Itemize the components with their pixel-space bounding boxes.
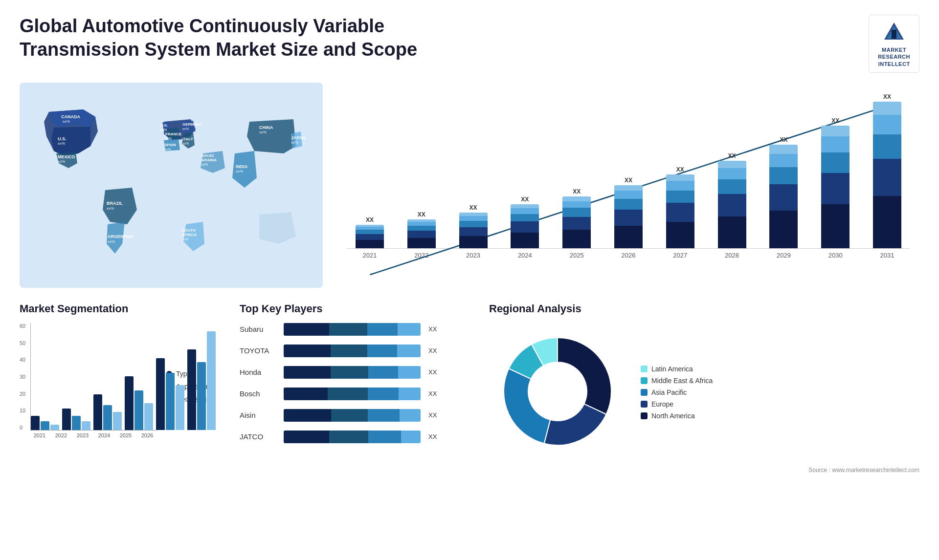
- regional-legend-label: Latin America: [651, 365, 693, 373]
- players-list: SubaruXXTOYOTAXXHondaXXBoschXXAisinXXJAT…: [240, 323, 474, 447]
- svg-text:BRAZIL: BRAZIL: [107, 201, 123, 206]
- page-header: Global Automotive Continuously Variable …: [20, 15, 919, 73]
- seg-x-label: 2021: [30, 432, 49, 438]
- bar-segment: [356, 230, 384, 234]
- player-bar-segment: [398, 366, 421, 379]
- regional-legend-label: North America: [651, 412, 695, 420]
- player-bar-segment: [368, 366, 398, 379]
- bar-xx-label: XX: [831, 117, 839, 124]
- seg-chart: 60 50 40 30 20 10 0 20212022202320242025…: [20, 323, 156, 450]
- stacked-bar: [769, 145, 798, 248]
- bar-group-2027: XX: [658, 166, 703, 248]
- seg-bar: [187, 349, 196, 430]
- bar-segment: [666, 181, 694, 191]
- bar-xx-label: XX: [780, 136, 787, 143]
- regional-legend-dot: [641, 412, 648, 419]
- player-bar-segment: [367, 323, 398, 336]
- svg-text:AFRICA: AFRICA: [182, 233, 197, 237]
- bar-segment: [459, 221, 488, 227]
- stacked-bar: [459, 213, 488, 248]
- bar-segment: [718, 216, 746, 248]
- bar-group-2031: XX: [865, 93, 910, 248]
- svg-text:xx%: xx%: [108, 239, 115, 244]
- seg-bar: [62, 409, 71, 430]
- regional-legend-item: Europe: [641, 400, 713, 408]
- map-section: CANADA xx% U.S. xx% MEXICO xx% BRAZIL xx…: [20, 83, 323, 288]
- y-label-60: 60: [20, 323, 25, 329]
- bar-segment: [769, 145, 798, 153]
- bar-segment: [666, 191, 694, 203]
- bar-segment: [821, 173, 850, 204]
- bar-segment: [407, 226, 436, 231]
- svg-text:FRANCE: FRANCE: [165, 132, 182, 136]
- player-bar-segment: [284, 366, 331, 379]
- seg-bar: [125, 376, 134, 430]
- top-players-title: Top Key Players: [240, 302, 474, 315]
- seg-bar: [82, 421, 90, 430]
- bar-segment: [407, 238, 436, 248]
- seg-group: [31, 416, 59, 430]
- logo-icon: [882, 20, 906, 44]
- bar-segment: [562, 208, 591, 216]
- stacked-bar: [511, 204, 539, 248]
- bar-segment: [769, 154, 798, 168]
- bar-segment: [459, 213, 488, 216]
- regional-legend-dot: [641, 377, 648, 384]
- player-bar-segment: [401, 431, 421, 443]
- stacked-bar: [407, 219, 436, 248]
- bar-xx-label: XX: [366, 216, 374, 223]
- player-name: Subaru: [240, 325, 279, 333]
- bar-segment: [873, 159, 901, 196]
- svg-text:xx%: xx%: [165, 137, 172, 140]
- regional-legend-dot: [641, 389, 648, 396]
- svg-text:xx%: xx%: [291, 140, 298, 145]
- player-xx-label: XX: [428, 390, 437, 397]
- bar-xx-label: XX: [521, 196, 529, 203]
- bar-segment: [511, 204, 539, 208]
- regional-legend-item: Latin America: [641, 365, 713, 373]
- player-name: Aisin: [240, 411, 279, 419]
- bar-segment: [769, 184, 798, 211]
- player-bar-wrap: [284, 388, 421, 400]
- seg-group: [156, 358, 184, 430]
- seg-x-label: 2026: [138, 432, 156, 438]
- bar-segment: [718, 179, 746, 194]
- seg-bar: [207, 331, 216, 430]
- donut-chart: [489, 323, 626, 462]
- regional-legend-label: Europe: [651, 400, 673, 408]
- player-xx-label: XX: [428, 325, 437, 333]
- bar-segment: [718, 168, 746, 179]
- seg-bar: [93, 394, 102, 430]
- seg-bar: [166, 373, 175, 430]
- bar-group-2025: XX: [554, 188, 599, 248]
- stacked-bar: [356, 225, 384, 248]
- player-row: AisinXX: [240, 409, 474, 422]
- seg-bar: [113, 412, 122, 430]
- donut-segment: [504, 368, 550, 443]
- bar-group-2023: XX: [451, 204, 496, 248]
- svg-text:CHINA: CHINA: [259, 125, 273, 130]
- player-bar-segment: [284, 323, 329, 336]
- svg-text:xx%: xx%: [107, 206, 114, 211]
- player-bar-segment: [331, 409, 368, 422]
- donut-segment: [558, 338, 611, 414]
- seg-group: [187, 331, 216, 430]
- seg-group: [93, 394, 122, 430]
- bar-group-2024: XX: [502, 196, 547, 248]
- bar-segment: [769, 211, 798, 248]
- player-bar-segment: [398, 323, 421, 336]
- bar-segment: [407, 231, 436, 238]
- top-players-section: Top Key Players SubaruXXTOYOTAXXHondaXXB…: [240, 302, 474, 474]
- donut-svg: [489, 323, 626, 460]
- bar-xx-label: XX: [625, 177, 632, 184]
- svg-text:SPAIN: SPAIN: [164, 143, 176, 147]
- logo-area: MARKET RESEARCH INTELLECT: [869, 15, 919, 73]
- bar-segment: [614, 191, 643, 199]
- player-xx-label: XX: [428, 433, 437, 440]
- bar-segment: [562, 201, 591, 208]
- stacked-bar: [562, 196, 591, 248]
- source-text: Source : www.marketresearchintellect.com: [489, 467, 919, 474]
- bar-group-2022: XX: [399, 211, 444, 248]
- bar-segment: [356, 234, 384, 240]
- bar-segment: [614, 210, 643, 226]
